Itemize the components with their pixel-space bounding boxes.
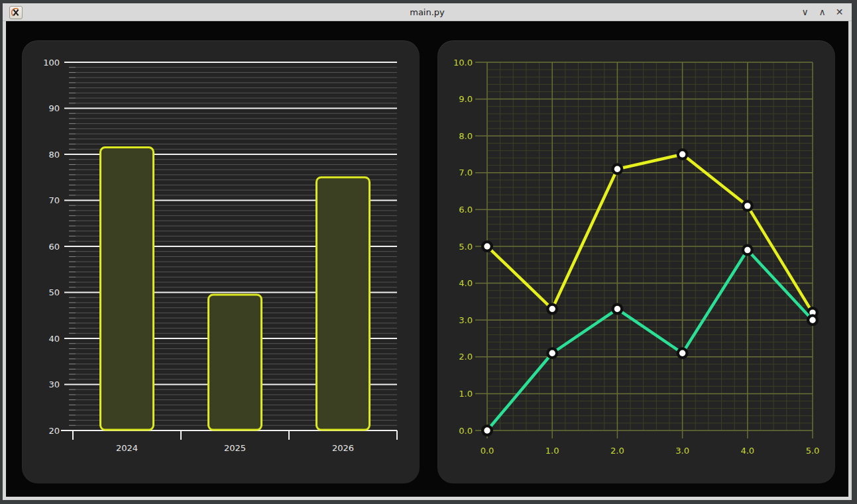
maximize-button[interactable]: ∧	[817, 3, 828, 21]
bar-chart: 2030405060708090100202420252026	[22, 40, 420, 483]
bar-chart-panel: 2030405060708090100202420252026	[22, 40, 420, 483]
svg-text:20: 20	[48, 426, 60, 436]
svg-text:9.0: 9.0	[459, 94, 473, 104]
svg-text:0.0: 0.0	[481, 446, 494, 456]
svg-text:60: 60	[48, 242, 60, 252]
svg-text:1.0: 1.0	[459, 389, 473, 399]
minimize-button[interactable]: ∨	[799, 3, 811, 21]
svg-text:5.0: 5.0	[459, 242, 473, 252]
svg-text:100: 100	[43, 58, 60, 68]
svg-text:2.0: 2.0	[459, 352, 473, 362]
close-button[interactable]: ✕	[834, 3, 845, 21]
line-chart-panel: 0.01.02.03.04.05.06.07.08.09.010.00.01.0…	[437, 40, 835, 483]
window-controls: ∨ ∧ ✕	[799, 3, 845, 21]
svg-text:3.0: 3.0	[459, 315, 473, 325]
svg-text:0.0: 0.0	[459, 426, 473, 436]
svg-text:30: 30	[48, 379, 60, 389]
svg-text:2025: 2025	[224, 443, 246, 453]
svg-text:7.0: 7.0	[459, 168, 473, 177]
window-title: main.py	[3, 3, 852, 21]
svg-text:2026: 2026	[332, 443, 354, 453]
svg-text:3.0: 3.0	[675, 446, 689, 456]
svg-text:2.0: 2.0	[610, 446, 624, 456]
svg-text:4.0: 4.0	[740, 446, 754, 456]
app-content: 2030405060708090100202420252026 0.01.02.…	[6, 21, 848, 497]
svg-text:8.0: 8.0	[459, 131, 473, 141]
svg-text:50: 50	[48, 287, 60, 297]
svg-text:2024: 2024	[116, 443, 138, 453]
svg-text:70: 70	[48, 195, 60, 205]
svg-text:80: 80	[48, 150, 60, 160]
titlebar[interactable]: main.py ∨ ∧ ✕	[3, 3, 852, 21]
svg-text:90: 90	[48, 103, 60, 113]
svg-text:6.0: 6.0	[459, 205, 473, 215]
svg-text:1.0: 1.0	[545, 446, 559, 456]
svg-text:4.0: 4.0	[459, 278, 473, 288]
line-chart: 0.01.02.03.04.05.06.07.08.09.010.00.01.0…	[437, 40, 835, 483]
svg-text:40: 40	[48, 334, 60, 344]
svg-text:5.0: 5.0	[806, 446, 820, 456]
svg-text:10.0: 10.0	[453, 58, 473, 68]
window-frame: main.py ∨ ∧ ✕ 20304050607080901002024202…	[3, 3, 852, 500]
